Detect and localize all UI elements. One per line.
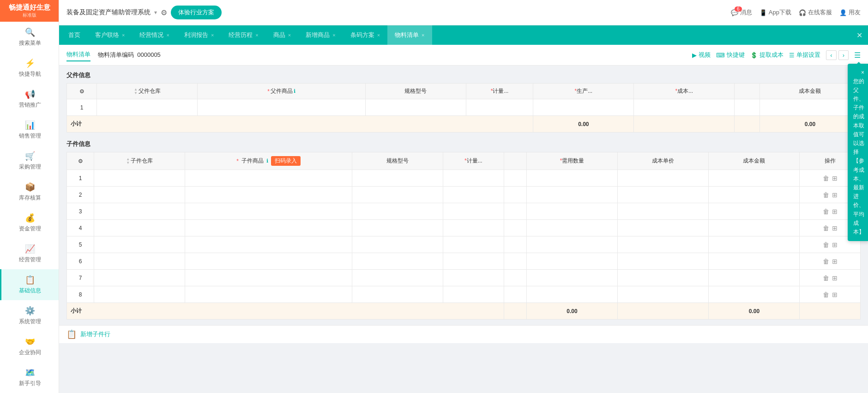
child-row8-spec[interactable] <box>352 286 443 303</box>
child-row3-unit-price[interactable] <box>618 203 709 220</box>
child-row5-delete-icon[interactable]: 🗑 <box>823 241 829 248</box>
child-row2-warehouse[interactable] <box>94 187 185 203</box>
page-tab-bom[interactable]: 物料清单 <box>66 48 90 61</box>
child-row6-unit[interactable] <box>443 253 504 270</box>
child-row8-delete-icon[interactable]: 🗑 <box>823 291 829 298</box>
nav-tab-close-8[interactable]: × <box>422 32 424 38</box>
child-row1-copy-icon[interactable]: ⊞ <box>832 175 838 182</box>
sidebar-item-search[interactable]: 🔍搜索菜单 <box>0 22 59 53</box>
nav-tab-close-2[interactable]: × <box>166 32 169 38</box>
child-row4-delete-icon[interactable]: 🗑 <box>823 224 829 232</box>
child-row8-unit[interactable] <box>443 286 504 303</box>
nav-tab-3[interactable]: 利润报告 × <box>177 25 221 45</box>
child-row1-goods[interactable] <box>185 170 352 187</box>
bottom-add-row-btn[interactable]: 新增子件行 <box>80 330 110 339</box>
child-row5-qty[interactable] <box>526 236 617 253</box>
nav-tab-7[interactable]: 条码方案 × <box>343 25 387 45</box>
child-row7-qty[interactable] <box>526 270 617 286</box>
child-row1-spec[interactable] <box>352 170 443 187</box>
child-row5-unit[interactable] <box>443 236 504 253</box>
sidebar-item-system[interactable]: ⚙️系统管理 <box>0 300 59 331</box>
child-row4-copy-icon[interactable]: ⊞ <box>832 224 838 232</box>
sidebar-item-purchase[interactable]: 🛒采购管理 <box>0 145 59 176</box>
sidebar-item-marketing[interactable]: 📢营销推广 <box>0 84 59 115</box>
child-row1-warehouse[interactable] <box>94 170 185 187</box>
child-row5-spec[interactable] <box>352 236 443 253</box>
child-row5-goods[interactable] <box>185 236 352 253</box>
nav-tab-5[interactable]: 商品 × <box>266 25 298 45</box>
child-row6-unit-price[interactable] <box>618 253 709 270</box>
child-row6-warehouse[interactable] <box>94 253 185 270</box>
user-item[interactable]: 👤 用友 <box>839 8 861 17</box>
nav-tab-0[interactable]: 首页 <box>61 25 88 45</box>
child-row7-goods[interactable] <box>185 270 352 286</box>
child-row1-unit[interactable] <box>443 170 504 187</box>
child-row7-unit[interactable] <box>443 270 504 286</box>
nav-tab-2[interactable]: 经营情况 × <box>132 25 176 45</box>
prev-page-btn[interactable]: ‹ <box>826 50 836 60</box>
child-row5-unit-price[interactable] <box>618 236 709 253</box>
parent-row1-production[interactable] <box>533 99 634 116</box>
parent-row1-spec[interactable] <box>365 99 466 116</box>
action-cost[interactable]: 💲 提取成本 <box>750 51 784 59</box>
child-row3-spec[interactable] <box>352 203 443 220</box>
sidebar-item-enterprise[interactable]: 🤝企业协同 <box>0 331 59 362</box>
sidebar-item-quick-nav[interactable]: ⚡快捷导航 <box>0 53 59 84</box>
child-row3-warehouse[interactable] <box>94 203 185 220</box>
child-row7-delete-icon[interactable]: 🗑 <box>823 274 829 282</box>
trial-button[interactable]: 体验行业方案 <box>171 6 222 19</box>
child-row4-unit[interactable] <box>443 220 504 236</box>
nav-tab-8[interactable]: 物料清单 × <box>387 25 432 45</box>
next-page-btn[interactable]: › <box>838 50 849 60</box>
scan-input-btn[interactable]: 扫码录入 <box>271 156 301 166</box>
child-row3-copy-icon[interactable]: ⊞ <box>832 208 838 215</box>
online-service-item[interactable]: 🎧 在线客服 <box>799 8 832 17</box>
child-row8-warehouse[interactable] <box>94 286 185 303</box>
child-row3-goods[interactable] <box>185 203 352 220</box>
child-row6-qty[interactable] <box>526 253 617 270</box>
child-row6-delete-icon[interactable]: 🗑 <box>823 258 829 265</box>
action-settings[interactable]: ☰ 单据设置 <box>789 51 820 59</box>
nav-tab-close-7[interactable]: × <box>377 32 380 38</box>
app-download-item[interactable]: 📱 App下载 <box>760 8 791 17</box>
parent-row1-cost[interactable] <box>634 99 735 116</box>
sidebar-item-finance[interactable]: 💰资金管理 <box>0 207 59 238</box>
child-row2-spec[interactable] <box>352 187 443 203</box>
sidebar-item-inventory[interactable]: 📦库存核算 <box>0 176 59 207</box>
child-row6-spec[interactable] <box>352 253 443 270</box>
close-all-tabs-icon[interactable]: ✕ <box>853 31 866 40</box>
nav-tab-close-1[interactable]: × <box>122 32 125 38</box>
system-dropdown-icon[interactable]: ▾ <box>154 9 157 16</box>
sidebar-item-guide[interactable]: 🗺️新手引导 <box>0 362 59 393</box>
sidebar-item-operations[interactable]: 📈经营管理 <box>0 238 59 269</box>
child-row2-unit-price[interactable] <box>618 187 709 203</box>
nav-tab-close-6[interactable]: × <box>332 32 335 38</box>
child-row3-qty[interactable] <box>526 203 617 220</box>
nav-tab-close-3[interactable]: × <box>211 32 214 38</box>
nav-tab-1[interactable]: 客户联络 × <box>88 25 132 45</box>
sidebar-item-basic-info[interactable]: 📋基础信息 <box>0 269 59 300</box>
child-row7-copy-icon[interactable]: ⊞ <box>832 274 838 282</box>
child-row4-goods[interactable] <box>185 220 352 236</box>
list-view-icon[interactable]: ☰ <box>854 51 861 59</box>
child-row7-spec[interactable] <box>352 270 443 286</box>
tooltip-close-btn[interactable]: × <box>861 68 864 77</box>
child-row3-delete-icon[interactable]: 🗑 <box>823 208 829 215</box>
nav-tab-close-5[interactable]: × <box>288 32 291 38</box>
parent-row1-warehouse[interactable] <box>97 99 198 116</box>
child-row8-unit-price[interactable] <box>618 286 709 303</box>
child-row6-goods[interactable] <box>185 253 352 270</box>
parent-row1-unit[interactable] <box>466 99 533 116</box>
child-row7-unit-price[interactable] <box>618 270 709 286</box>
child-row8-goods[interactable] <box>185 286 352 303</box>
child-row2-delete-icon[interactable]: 🗑 <box>823 191 829 199</box>
child-row5-warehouse[interactable] <box>94 236 185 253</box>
action-shortcut[interactable]: ⌨ 快捷键 <box>716 51 745 59</box>
child-row2-unit[interactable] <box>443 187 504 203</box>
gear-icon[interactable]: ⚙ <box>161 8 167 17</box>
child-row4-qty[interactable] <box>526 220 617 236</box>
child-row1-delete-icon[interactable]: 🗑 <box>823 175 829 182</box>
child-row3-unit[interactable] <box>443 203 504 220</box>
child-row4-warehouse[interactable] <box>94 220 185 236</box>
settings-gear-icon[interactable]: ⚙ <box>79 88 84 95</box>
